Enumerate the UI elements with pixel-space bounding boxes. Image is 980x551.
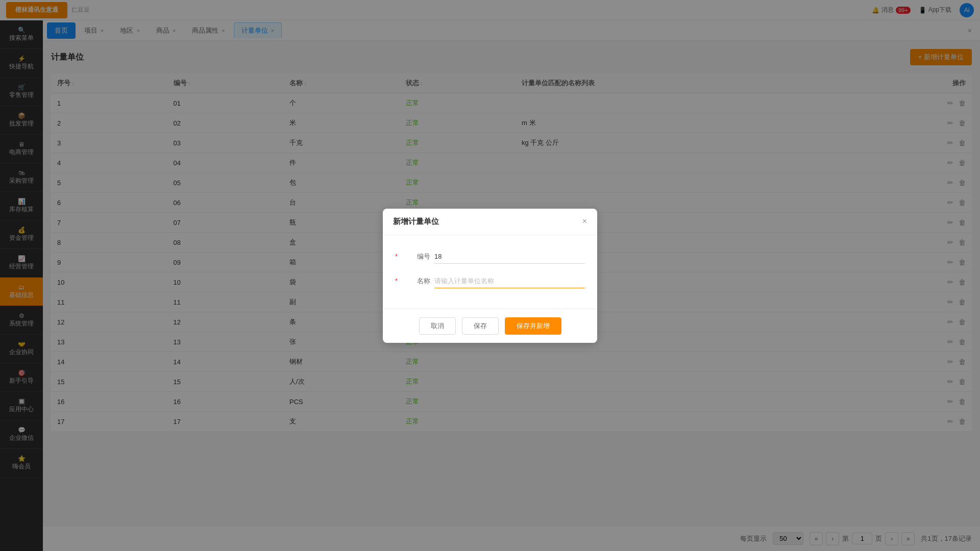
modal-footer: 取消 保存 保存并新增: [383, 309, 597, 343]
modal-overlay[interactable]: 新增计量单位 × * 编号 * 名称 取消 保存 保存并新增: [0, 0, 980, 551]
save-button[interactable]: 保存: [462, 317, 499, 335]
cancel-button[interactable]: 取消: [419, 317, 456, 335]
form-row-name: * 名称: [395, 274, 585, 288]
add-unit-modal: 新增计量单位 × * 编号 * 名称 取消 保存 保存并新增: [383, 209, 597, 343]
modal-close-button[interactable]: ×: [582, 217, 587, 226]
form-row-code: * 编号: [395, 249, 585, 264]
name-input[interactable]: [434, 274, 585, 288]
save-and-new-button[interactable]: 保存并新增: [505, 317, 561, 335]
name-required-mark: *: [395, 277, 398, 285]
modal-header: 新增计量单位 ×: [383, 209, 597, 235]
code-input[interactable]: [434, 249, 585, 264]
modal-title: 新增计量单位: [393, 217, 439, 227]
name-label: 名称: [400, 277, 430, 286]
code-label: 编号: [400, 252, 430, 261]
modal-body: * 编号 * 名称: [383, 235, 597, 309]
code-required-mark: *: [395, 253, 398, 260]
